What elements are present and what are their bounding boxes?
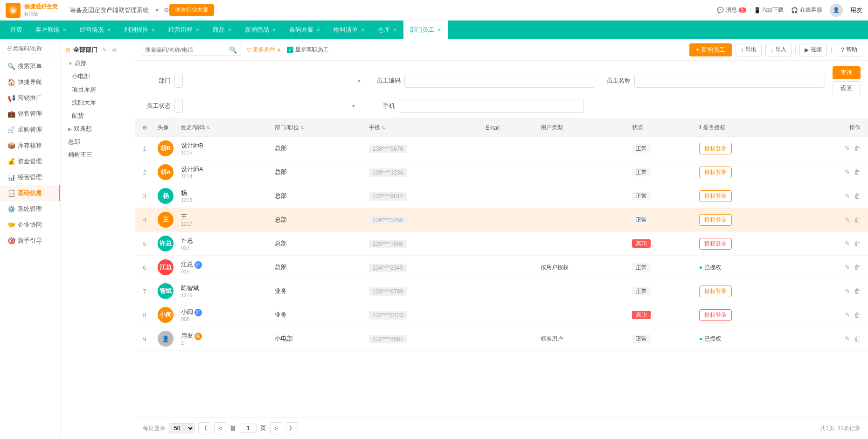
tab-bom[interactable]: 物料清单 ✕	[327, 21, 371, 39]
sidebar-item-collab[interactable]: 🤝 企业协同	[0, 217, 60, 233]
th-name[interactable]: 姓名/编码⇅	[177, 119, 271, 137]
tab-add-goods[interactable]: 新增商品 ✕	[238, 21, 283, 39]
import-button[interactable]: ↓ 导入	[765, 43, 792, 56]
add-employee-button[interactable]: + 新增员工	[689, 43, 732, 56]
tab-profit[interactable]: 利润报告 ✕	[118, 21, 162, 39]
delete-icon[interactable]: 🗑	[854, 335, 861, 342]
dept-node-project-warehouse[interactable]: 项目库房	[61, 83, 135, 96]
sidebar-item-basic[interactable]: 📋 基础信息	[0, 185, 60, 201]
dept-edit-icon[interactable]: ✎	[102, 47, 107, 53]
edit-icon[interactable]: ✎	[845, 145, 850, 152]
next-page-btn[interactable]: ＞	[270, 422, 282, 434]
sidebar-item-finance[interactable]: 💰 资金管理	[0, 153, 60, 169]
reset-button[interactable]: 设置	[833, 81, 861, 95]
close-icon[interactable]: ✕	[228, 27, 232, 33]
delete-icon[interactable]: 🗑	[854, 216, 861, 223]
dept-node-barrel-king[interactable]: 桶树王三	[61, 148, 135, 161]
user-avatar[interactable]: 👤	[830, 4, 843, 17]
help-button[interactable]: ? 帮助	[836, 43, 862, 56]
sidebar-item-search[interactable]: 🔍 搜索菜单	[0, 58, 60, 74]
close-icon[interactable]: ✕	[195, 27, 200, 33]
delete-icon[interactable]: 🗑	[854, 145, 861, 152]
edit-icon[interactable]: ✎	[845, 311, 850, 319]
delete-icon[interactable]: 🗑	[854, 168, 861, 176]
delete-icon[interactable]: 🗑	[854, 287, 861, 295]
message-button[interactable]: 💬 消息 5	[717, 6, 746, 14]
online-support-button[interactable]: 🎧 在线客服	[791, 6, 822, 14]
edit-icon[interactable]: ✎	[845, 192, 850, 200]
tab-home[interactable]: 首页	[4, 21, 29, 39]
dept-node-headquarters-root[interactable]: ▼ 总部	[61, 57, 135, 70]
page-size-select[interactable]: 50 20 100	[169, 423, 194, 433]
auth-button[interactable]: 授权登录	[699, 286, 732, 297]
phone-input[interactable]	[399, 99, 584, 113]
show-resigned-toggle[interactable]: ✓ 显示离职员工	[287, 46, 329, 54]
tab-warehouse[interactable]: 仓库 ✕	[371, 21, 403, 39]
dropdown-arrow-icon[interactable]: ▼	[154, 7, 160, 14]
th-dept[interactable]: 部门/职位⇅	[271, 119, 365, 137]
settings-icon[interactable]: ⚙	[164, 7, 169, 14]
prev-page-btn[interactable]: ＜	[214, 422, 226, 434]
delete-icon[interactable]: 🗑	[854, 192, 861, 200]
auth-button[interactable]: 授权登录	[699, 238, 732, 250]
search-button[interactable]: 查询	[833, 66, 861, 79]
sidebar-item-management[interactable]: 📊 经营管理	[0, 169, 60, 185]
dept-node-shuanglu[interactable]: ▶ 双鹿想	[61, 122, 135, 135]
tab-barcode[interactable]: 条码方案 ✕	[283, 21, 327, 39]
tab-customer[interactable]: 客户联络 ✕	[29, 21, 73, 39]
close-icon[interactable]: ✕	[272, 27, 276, 33]
auth-button[interactable]: 授权登录	[699, 143, 732, 154]
dept-select[interactable]	[174, 74, 183, 88]
auth-button[interactable]: 授权登录	[699, 214, 732, 226]
search-input[interactable]	[141, 44, 225, 56]
sidebar-item-system[interactable]: ⚙️ 系统管理	[0, 201, 60, 217]
export-button[interactable]: ↑ 导出	[736, 43, 762, 56]
edit-icon[interactable]: ✎	[845, 287, 850, 295]
th-phone[interactable]: 手机⇅	[365, 119, 482, 137]
dept-collapse-btn[interactable]: ≪	[111, 47, 118, 53]
dept-node-headquarters2[interactable]: 总部	[61, 135, 135, 148]
page-input[interactable]	[240, 424, 257, 433]
name-input[interactable]	[634, 74, 825, 88]
sidebar-item-marketing[interactable]: 📢 营销推广	[0, 90, 60, 106]
close-icon[interactable]: ✕	[316, 27, 320, 33]
dept-node-small-electric[interactable]: 小电部	[61, 70, 135, 83]
sidebar-item-sales[interactable]: 💼 销售管理	[0, 106, 60, 122]
last-page-btn[interactable]: 》	[286, 422, 298, 434]
sidebar-search-input[interactable]	[4, 43, 61, 54]
sidebar-item-nav[interactable]: 🏠 快捷导航	[0, 74, 60, 90]
auth-button[interactable]: 授权登录	[699, 190, 732, 202]
edit-icon[interactable]: ✎	[845, 168, 850, 176]
tab-operation[interactable]: 经营情况 ✕	[73, 21, 118, 39]
settings-icon[interactable]: ⚙	[142, 125, 147, 131]
sidebar-item-purchase[interactable]: 🛒 采购管理	[0, 122, 60, 138]
first-page-btn[interactable]: 《	[198, 422, 210, 434]
edit-icon[interactable]: ✎	[845, 264, 850, 271]
sidebar-item-guide[interactable]: 🎯 新手引导	[0, 233, 60, 249]
close-icon[interactable]: ✕	[151, 27, 155, 33]
close-icon[interactable]: ✕	[107, 27, 111, 33]
delete-icon[interactable]: 🗑	[854, 240, 861, 247]
dept-node-shenyang[interactable]: 沈阳大库	[61, 96, 135, 109]
delete-icon[interactable]: 🗑	[854, 264, 861, 271]
code-input[interactable]	[404, 74, 595, 88]
tab-history[interactable]: 经营历程 ✕	[162, 21, 206, 39]
edit-icon[interactable]: ✎	[845, 240, 850, 247]
auth-button[interactable]: 授权登录	[699, 167, 732, 178]
auth-button[interactable]: 授权登录	[699, 309, 732, 321]
app-download-button[interactable]: 📱 App下载	[754, 6, 784, 14]
edit-icon[interactable]: ✎	[845, 216, 850, 223]
close-icon[interactable]: ✕	[437, 27, 441, 33]
dept-node-distribution[interactable]: 配货	[61, 109, 135, 122]
close-icon[interactable]: ✕	[361, 27, 365, 33]
view-button[interactable]: ▶ 视频	[799, 43, 827, 56]
trial-button[interactable]: 体验行业方案	[169, 4, 214, 16]
search-btn[interactable]: 🔍	[225, 44, 241, 56]
tab-goods[interactable]: 商品 ✕	[206, 21, 238, 39]
delete-icon[interactable]: 🗑	[854, 311, 861, 319]
edit-icon[interactable]: ✎	[845, 335, 850, 342]
sidebar-item-inventory[interactable]: 📦 库存核算	[0, 138, 60, 153]
tab-dept-staff[interactable]: 部门员工 ✕	[403, 21, 448, 39]
close-icon[interactable]: ✕	[62, 27, 67, 33]
close-icon[interactable]: ✕	[393, 27, 397, 33]
